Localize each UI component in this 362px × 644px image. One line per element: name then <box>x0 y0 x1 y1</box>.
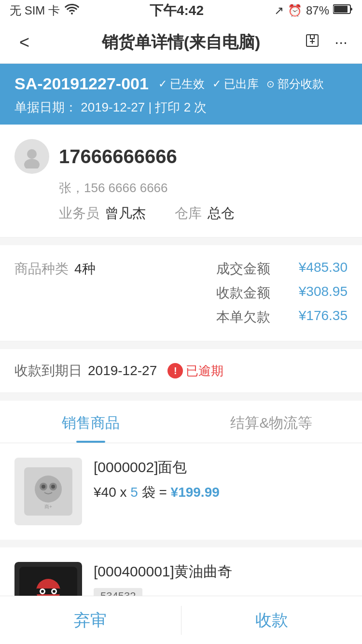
list-item: 商+ [0000002]面包 ¥40 x 5 袋 = ¥199.99 <box>0 443 362 540</box>
status-badge-effective: ✓ 已生效 <box>158 76 205 92</box>
product-info-1: [0000002]面包 ¥40 x 5 袋 = ¥199.99 <box>94 458 348 502</box>
svg-point-4 <box>24 159 40 168</box>
due-date-value: 2019-12-27 <box>88 363 157 378</box>
svg-point-17 <box>41 590 44 593</box>
customer-section: 17666666666 张，156 6666 6666 业务员 曾凡杰 仓库 总… <box>0 125 362 238</box>
carrier-label: 无 SIM 卡 <box>10 3 60 18</box>
tab-settlement[interactable]: 结算&物流等 <box>181 401 362 443</box>
status-badge-partial: ⊙ 部分收款 <box>266 76 324 92</box>
battery-icon <box>333 4 352 17</box>
product-types-row: 商品种类 4种 <box>14 260 96 278</box>
wifi-icon <box>65 4 79 17</box>
page-title: 销货单详情(来自电脑) <box>102 31 261 54</box>
confirm-button[interactable]: 收款 <box>181 596 362 644</box>
product-price-1: ¥40 x 5 袋 = ¥199.99 <box>94 483 348 502</box>
battery-label: 87% <box>306 4 329 17</box>
svg-point-10 <box>51 485 55 489</box>
due-date-section: 收款到期日 2019-12-27 ! 已逾期 <box>0 349 362 393</box>
order-date-info: 单据日期： 2019-12-27 | 打印 2 次 <box>14 99 348 116</box>
debt-row: 本单欠款 ¥176.35 <box>216 308 348 326</box>
amounts-section: 商品种类 4种 成交金额 ¥485.30 收款金额 ¥308.95 本单欠款 ¥… <box>0 245 362 341</box>
overdue-text: 已逾期 <box>186 363 223 379</box>
product-qty-1: 5 <box>130 485 138 500</box>
warehouse-label: 仓库 <box>175 204 202 223</box>
financial-amounts: 成交金额 ¥485.30 收款金额 ¥308.95 本单欠款 ¥176.35 <box>216 260 348 326</box>
sales-rep-item: 业务员 曾凡杰 <box>59 204 146 223</box>
bottom-bar: 弃审 收款 <box>0 596 362 644</box>
product-thumb-1: 商+ <box>14 458 82 525</box>
overdue-icon: ! <box>167 363 183 378</box>
svg-point-9 <box>42 485 45 489</box>
sales-rep-label: 业务员 <box>59 204 99 223</box>
cancel-button[interactable]: 弃审 <box>0 596 181 644</box>
status-right: ↗ ⏰ 87% <box>274 4 352 17</box>
order-header-band: SA-20191227-001 ✓ 已生效 ✓ 已出库 ⊙ 部分收款 单据日期：… <box>0 64 362 125</box>
status-time: 下午4:42 <box>150 1 204 20</box>
overdue-badge: ! 已逾期 <box>167 363 223 379</box>
svg-rect-1 <box>334 6 348 13</box>
svg-point-3 <box>27 149 37 159</box>
svg-text:商+: 商+ <box>44 504 52 509</box>
nav-bar: < 销货单详情(来自电脑) ··· <box>0 21 362 64</box>
customer-phone: 17666666666 <box>59 146 177 168</box>
due-date-label: 收款到期日 <box>14 362 82 380</box>
customer-sub-info: 张，156 6666 6666 <box>14 180 348 196</box>
received-label: 收款金额 <box>216 284 270 302</box>
svg-point-6 <box>35 476 62 503</box>
customer-avatar <box>14 139 49 174</box>
share-icon[interactable] <box>305 33 320 52</box>
more-icon[interactable]: ··· <box>334 33 348 51</box>
sales-rep-value: 曾凡杰 <box>105 204 146 223</box>
debt-value: ¥176.35 <box>280 308 348 326</box>
deal-amount-value: ¥485.30 <box>280 260 348 278</box>
location-icon: ↗ <box>274 4 284 17</box>
deal-amount-row: 成交金额 ¥485.30 <box>216 260 348 278</box>
customer-meta: 业务员 曾凡杰 仓库 总仓 <box>14 204 348 223</box>
order-id: SA-20191227-001 <box>14 74 149 93</box>
product-name-1: [0000002]面包 <box>94 458 348 477</box>
received-value: ¥308.95 <box>280 284 348 302</box>
order-status-badges: ✓ 已生效 ✓ 已出库 ⊙ 部分收款 <box>158 76 324 92</box>
back-button[interactable]: < <box>14 28 34 57</box>
tab-products[interactable]: 销售商品 <box>0 401 181 443</box>
debt-label: 本单欠款 <box>216 308 270 326</box>
nav-right-actions: ··· <box>305 33 348 52</box>
received-row: 收款金额 ¥308.95 <box>216 284 348 302</box>
product-count-value: 4种 <box>74 260 96 278</box>
status-bar: 无 SIM 卡 下午4:42 ↗ ⏰ 87% <box>0 0 362 21</box>
product-types-info: 商品种类 4种 <box>14 260 96 278</box>
warehouse-value: 总仓 <box>208 204 235 223</box>
product-types-label: 商品种类 <box>14 260 69 278</box>
status-badge-shipped: ✓ 已出库 <box>212 76 259 92</box>
svg-point-18 <box>53 590 56 593</box>
alarm-icon: ⏰ <box>288 4 302 17</box>
product-total-1: ¥199.99 <box>171 485 220 500</box>
deal-amount-label: 成交金额 <box>216 260 270 278</box>
tabs-section: 销售商品 结算&物流等 <box>0 401 362 443</box>
product-name-2: [000400001]黄油曲奇 <box>94 562 348 582</box>
status-left: 无 SIM 卡 <box>10 3 79 18</box>
warehouse-item: 仓库 总仓 <box>175 204 235 223</box>
